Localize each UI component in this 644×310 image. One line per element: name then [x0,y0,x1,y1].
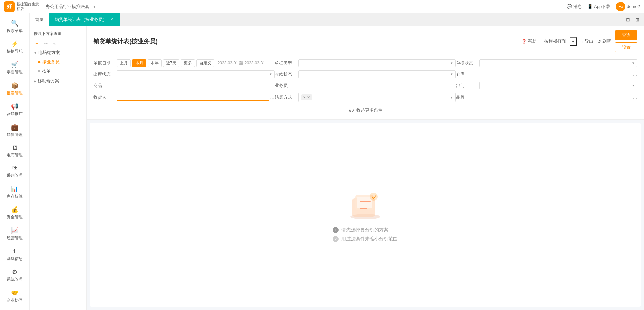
sidebar-item-newbie[interactable]: 🎯 新手引导 [0,307,29,310]
out-status-select[interactable]: ▾ [117,70,275,78]
inventory-icon: 📊 [11,185,18,193]
print-btn[interactable]: 按模板打印 [541,37,570,46]
payment-select[interactable]: × ✕ ▾ [298,93,456,102]
payment-tag-close[interactable]: ✕ [307,95,310,100]
settings-button[interactable]: 设置 [615,42,637,52]
staff-control: … [298,83,456,88]
page-content: 按以下方案查询 + ✏ « [30,26,644,310]
enterprise-icon: 🤝 [11,289,18,297]
sidebar-item-base[interactable]: ℹ 基础信息 [0,244,29,265]
filter-row-4: 收货人 … 结算方式 × ✕ [93,93,637,102]
sidebar-item-enterprise[interactable]: 🤝 企业协同 [0,286,29,307]
collapse-panel-btn[interactable]: « [51,40,58,47]
tab-home[interactable]: 首页 [30,13,49,26]
sidebar-item-sales[interactable]: 💼 销售管理 [0,120,29,141]
doc-type-select[interactable]: ▾ [298,59,456,67]
sidebar-item-finance[interactable]: 💰 资金管理 [0,203,29,223]
doc-type-filter: 单据类型 ▾ [275,59,456,67]
logo-text: 畅捷通好生意 标版 [17,2,39,11]
goods-dots[interactable]: … [270,83,275,88]
finance-icon: 💰 [11,206,18,213]
dept-select[interactable]: ▾ [479,82,637,89]
ecommerce-icon: 🖥 [12,144,18,151]
print-dropdown-btn[interactable]: ▾ [570,37,577,46]
payment-tag: × ✕ [301,94,312,100]
receipt-status-arrow-icon: ▾ [451,72,453,76]
query-button[interactable]: 查询 [615,30,637,40]
add-scheme-btn[interactable]: + [34,40,40,47]
tab-sales-stat[interactable]: 销货单统计表（按业务员） ✕ [49,13,120,26]
dept-filter: 部门 ▾ [456,82,637,89]
refresh-btn[interactable]: ↺ 刷新 [597,38,611,44]
add-icon: + [35,40,38,46]
edit-icon: ✏ [44,41,48,46]
user-menu[interactable]: Ea demo2 [616,2,640,11]
sidebar-item-inventory[interactable]: 📊 库存核算 [0,182,29,203]
custom-btn[interactable]: 自定义 [196,59,214,67]
sidebar-item-ecommerce[interactable]: 🖥 电商管理 [0,141,29,161]
warehouse-dots[interactable]: … [633,72,637,77]
sidebar-item-retail[interactable]: 🛒 零售管理 [0,58,29,79]
empty-svg [345,188,385,222]
tab-maximize-btn[interactable]: ⊞ [633,16,641,24]
tab-close-icon[interactable]: ✕ [109,17,114,22]
left-panel-header: 按以下方案查询 [30,29,86,39]
doc-status-select[interactable]: ▾ [479,59,637,67]
page-header: 销货单统计表(按业务员) ❓ 帮助 按模板打印 ▾ ↑ [87,26,644,55]
empty-text: 1 请先选择要分析的方案 2 用过滤条件来缩小分析范围 [333,227,398,242]
messages-btn[interactable]: 💬 消息 [567,4,582,10]
sidebar: 🔍 搜索菜单 ⚡ 快捷导航 🛒 零售管理 📦 批发管理 📢 营销推广 💼 [0,13,30,310]
tab-bar: 首页 销货单统计表（按业务员） ✕ ⊟ ⊞ [30,13,644,26]
right-content: 销货单统计表(按业务员) ❓ 帮助 按模板打印 ▾ ↑ [87,26,644,310]
collapse-btn[interactable]: ∧∧ 收起更多条件 [93,105,637,115]
filter-area: 单据日期 上月 本月 本年 近7天 更多 自定义 2023-03-01 至 20… [87,55,644,120]
receipt-status-select[interactable]: ▾ [298,70,456,78]
svg-point-4 [370,193,378,201]
help-icon: ❓ [521,39,527,44]
recipient-dots[interactable]: … [270,95,275,100]
purchase-icon: 🛍 [12,165,18,172]
collapse-up-icon: ∧∧ [348,108,355,113]
staff-dots[interactable]: … [451,83,456,88]
sidebar-item-operations[interactable]: 📈 经营管理 [0,223,29,244]
brand-dots[interactable]: … [633,95,637,100]
dropdown-icon[interactable]: ▾ [93,4,96,9]
base-icon: ℹ [13,248,16,255]
wholesale-icon: 📦 [11,82,18,89]
tree-item-by-order[interactable]: ≡ 按单 [30,67,86,76]
empty-step-1: 1 请先选择要分析的方案 [333,227,398,233]
content-area: 首页 销货单统计表（按业务员） ✕ ⊟ ⊞ 按以下方案查询 [30,13,644,310]
sidebar-item-quick-nav[interactable]: ⚡ 快捷导航 [0,37,29,58]
retail-icon: 🛒 [11,61,18,68]
tree-item-pc[interactable]: ▼ 电脑端方案 [30,48,86,57]
last7days-btn[interactable]: 近7天 [163,59,179,67]
recipient-filter: 收货人 … [93,94,275,101]
filter-row-1: 单据日期 上月 本月 本年 近7天 更多 自定义 2023-03-01 至 20… [93,59,637,67]
this-month-btn[interactable]: 本月 [132,59,146,67]
tab-actions: ⊟ ⊞ [624,16,644,24]
sidebar-item-search[interactable]: 🔍 搜索菜单 [0,16,29,37]
tree-item-mobile[interactable]: ▶ 移动端方案 [30,76,86,86]
export-icon: ↑ [581,39,584,44]
sidebar-item-purchase[interactable]: 🛍 采购管理 [0,161,29,182]
tree-expand-icon: ▼ [34,51,37,55]
system-icon: ⚙ [12,268,17,276]
export-btn[interactable]: ↑ 导出 [581,38,594,44]
more-btn[interactable]: 更多 [181,59,195,67]
tab-minimize-btn[interactable]: ⊟ [624,16,632,24]
app-download-btn[interactable]: 📱 App下载 [587,4,610,10]
edit-scheme-btn[interactable]: ✏ [42,40,49,47]
sidebar-item-wholesale[interactable]: 📦 批发管理 [0,79,29,99]
receipt-status-filter: 收款状态 ▾ [275,70,456,78]
help-btn[interactable]: ❓ 帮助 [521,38,537,44]
operations-icon: 📈 [11,227,18,234]
tree-item-by-staff[interactable]: ● 按业务员 [30,57,86,67]
sidebar-item-marketing[interactable]: 📢 营销推广 [0,99,29,120]
marketing-icon: 📢 [11,103,18,110]
main-area: 🔍 搜索菜单 ⚡ 快捷导航 🛒 零售管理 📦 批发管理 📢 营销推广 💼 [0,13,644,310]
page-header-actions: ❓ 帮助 按模板打印 ▾ ↑ 导出 [521,30,638,52]
recipient-input[interactable] [117,94,269,101]
this-year-btn[interactable]: 本年 [148,59,162,67]
last-month-btn[interactable]: 上月 [117,59,131,67]
sidebar-item-system[interactable]: ⚙ 系统管理 [0,265,29,286]
